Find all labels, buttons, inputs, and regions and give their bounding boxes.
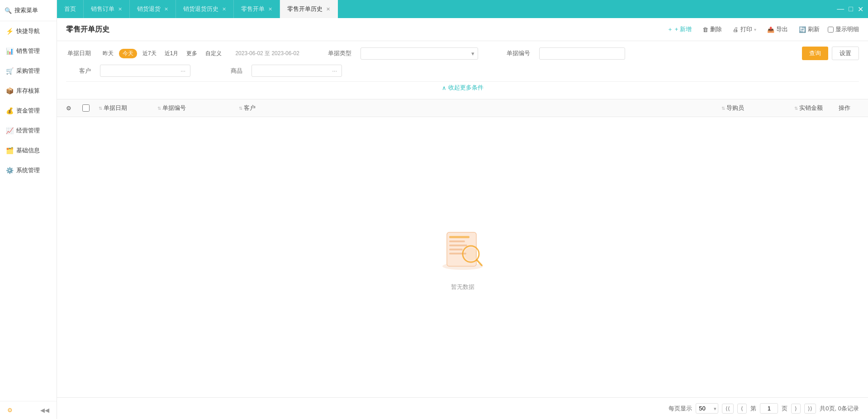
sort-number-icon[interactable]: ⇅ xyxy=(157,106,161,111)
sidebar-item-quick-nav[interactable]: ⚡快捷导航 xyxy=(0,21,57,41)
tab-close-sales-order[interactable]: ✕ xyxy=(118,6,122,12)
sidebar-item-system[interactable]: ⚙️系统管理 xyxy=(0,160,57,180)
maximize-button[interactable]: □ xyxy=(849,5,853,13)
th-action: 操作 xyxy=(826,99,863,117)
print-label: 打印 xyxy=(740,25,752,33)
tab-close-sales-return[interactable]: ✕ xyxy=(164,6,168,12)
display-detail-input[interactable] xyxy=(828,27,834,33)
svg-rect-5 xyxy=(449,249,463,250)
tab-sales-return[interactable]: 销货退货✕ xyxy=(130,0,176,18)
print-button[interactable]: 🖨 打印 ▾ xyxy=(730,24,759,35)
page-number-input[interactable] xyxy=(760,403,778,414)
tab-retail-open[interactable]: 零售开单✕ xyxy=(234,0,280,18)
settings-button[interactable]: 设置 xyxy=(832,47,859,60)
select-all-checkbox[interactable] xyxy=(82,104,90,112)
print-icon: 🖨 xyxy=(733,26,739,33)
tab-retail-open-history[interactable]: 零售开单历史✕ xyxy=(280,0,338,18)
date-filter-label: 单据日期 xyxy=(66,49,91,57)
table-area: ⚙ ⇅ 单据日期 ⇅ 单据编号 ⇅ 客户 ⇅ 导购员 ⇅ xyxy=(57,99,868,397)
th-guide: ⇅ 导购员 xyxy=(718,99,772,117)
settings-icon[interactable]: ⚙ xyxy=(7,407,13,414)
th-settings: ⚙ xyxy=(62,99,79,117)
empty-text: 暂无数据 xyxy=(451,283,474,291)
display-detail-checkbox[interactable]: 显示明细 xyxy=(828,25,859,33)
collapse-conditions[interactable]: ∧ 收起更多条件 xyxy=(66,81,859,94)
product-input[interactable]: ··· xyxy=(251,65,342,77)
sidebar-item-basic-info[interactable]: 🗂️基础信息 xyxy=(0,141,57,160)
tab-close-retail-open[interactable]: ✕ xyxy=(268,6,272,12)
empty-state: 暂无数据 xyxy=(408,196,517,318)
collapse-sidebar-icon[interactable]: ◀◀ xyxy=(40,407,49,414)
delete-label: 删除 xyxy=(710,25,722,33)
sidebar-search[interactable]: 🔍 搜索菜单 xyxy=(0,0,57,21)
first-page-button[interactable]: ⟨⟨ xyxy=(722,404,734,414)
type-filter-label: 单据类型 xyxy=(327,49,351,57)
customer-input[interactable]: ··· xyxy=(100,65,190,77)
tab-home[interactable]: 首页 xyxy=(57,0,84,18)
tab-close-sales-return-history[interactable]: ✕ xyxy=(222,6,226,12)
export-button[interactable]: 📤 导出 xyxy=(764,24,791,35)
collapse-up-icon: ∧ xyxy=(442,85,446,91)
toolbar: ＋ + 新增 🗑 删除 🖨 打印 ▾ 📤 导出 🔄 刷新 xyxy=(664,24,859,35)
sidebar-icon-system: ⚙️ xyxy=(6,167,14,174)
print-dropdown-icon: ▾ xyxy=(754,27,756,32)
main-content: 首页销售订单✕销货退货✕销货退货历史✕零售开单✕零售开单历史✕ — □ ✕ 零售… xyxy=(57,0,868,419)
sidebar-item-inventory[interactable]: 📦库存核算 xyxy=(0,81,57,101)
filter-row-1: 单据日期 昨天今天近7天近1月更多自定义 2023-06-02 至 2023-0… xyxy=(66,47,859,60)
th-guide-label: 导购员 xyxy=(726,104,744,112)
table-body: 暂无数据 xyxy=(57,117,868,397)
date-opt-自定义[interactable]: 自定义 xyxy=(203,49,224,58)
delete-button[interactable]: 🗑 删除 xyxy=(700,24,725,35)
type-select[interactable] xyxy=(360,47,478,60)
delete-icon: 🗑 xyxy=(702,26,708,33)
tab-label-home: 首页 xyxy=(64,5,76,13)
empty-illustration-svg xyxy=(436,223,490,278)
page-label: 页 xyxy=(782,405,787,413)
sort-guide-icon[interactable]: ⇅ xyxy=(721,106,725,111)
table-settings-icon[interactable]: ⚙ xyxy=(66,105,71,112)
tab-close-retail-open-history[interactable]: ✕ xyxy=(326,6,330,12)
tab-label-retail-open-history: 零售开单历史 xyxy=(287,5,323,13)
sidebar-label-inventory: 库存核算 xyxy=(16,87,40,95)
add-button[interactable]: ＋ + 新增 xyxy=(664,24,694,35)
sidebar-item-sales-mgmt[interactable]: 📊销售管理 xyxy=(0,41,57,61)
sort-amount-icon[interactable]: ⇅ xyxy=(794,106,798,111)
refresh-button[interactable]: 🔄 刷新 xyxy=(796,24,822,35)
add-icon: ＋ xyxy=(667,25,673,33)
filter-row-2: 客户 ··· 商品 ··· xyxy=(66,65,859,77)
product-ellipsis-icon: ··· xyxy=(332,67,337,74)
number-input[interactable] xyxy=(539,47,625,60)
sidebar-item-purchase-mgmt[interactable]: 🛒采购管理 xyxy=(0,61,57,81)
th-check xyxy=(79,99,95,117)
refresh-label: 刷新 xyxy=(808,25,820,33)
sort-date-icon[interactable]: ⇅ xyxy=(99,106,102,111)
tab-sales-order[interactable]: 销售订单✕ xyxy=(84,0,130,18)
next-page-button[interactable]: ⟩ xyxy=(791,404,801,414)
last-page-button[interactable]: ⟩⟩ xyxy=(804,404,816,414)
minimize-button[interactable]: — xyxy=(837,5,844,13)
per-page-select[interactable]: 10 20 50 100 xyxy=(696,403,718,414)
sidebar-bottom: ⚙ ◀◀ xyxy=(0,401,57,419)
query-button[interactable]: 查询 xyxy=(802,47,828,60)
date-range: 2023-06-02 至 2023-06-02 xyxy=(235,50,299,57)
svg-point-8 xyxy=(465,248,477,260)
date-opt-更多[interactable]: 更多 xyxy=(184,49,200,58)
date-opt-近1月[interactable]: 近1月 xyxy=(162,49,181,58)
close-button[interactable]: ✕ xyxy=(858,5,863,14)
sidebar-label-sales-mgmt: 销售管理 xyxy=(16,47,40,55)
svg-rect-6 xyxy=(449,253,466,254)
date-opt-昨天[interactable]: 昨天 xyxy=(100,49,116,58)
sidebar-icon-operations: 📈 xyxy=(6,127,14,134)
th-customer-label: 客户 xyxy=(244,104,256,112)
th-amount-label: 实销金额 xyxy=(799,104,823,112)
date-opt-近7天[interactable]: 近7天 xyxy=(140,49,159,58)
customer-filter-label: 客户 xyxy=(66,67,91,75)
date-opt-今天[interactable]: 今天 xyxy=(119,49,137,58)
tab-sales-return-history[interactable]: 销货退货历史✕ xyxy=(176,0,234,18)
th-action-label: 操作 xyxy=(839,104,850,112)
total-info: 共0页, 0条记录 xyxy=(820,405,859,413)
sort-customer-icon[interactable]: ⇅ xyxy=(239,106,242,111)
prev-page-button[interactable]: ⟨ xyxy=(737,404,747,414)
sidebar-item-operations[interactable]: 📈经营管理 xyxy=(0,121,57,141)
sidebar-item-finance[interactable]: 💰资金管理 xyxy=(0,101,57,121)
